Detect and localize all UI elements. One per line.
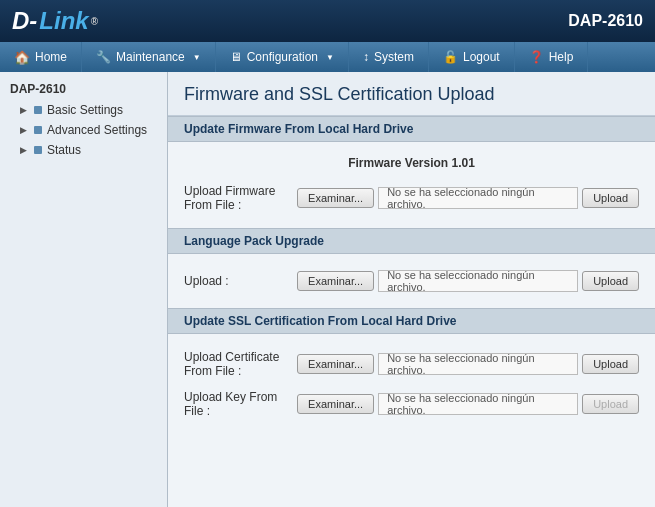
ssl-section-header: Update SSL Certification From Local Hard… (168, 308, 655, 334)
nav-help-label: Help (549, 50, 574, 64)
browse-cert-button[interactable]: Examinar... (297, 354, 374, 374)
monitor-icon: 🖥 (230, 50, 242, 64)
ssl-section: Update SSL Certification From Local Hard… (168, 308, 655, 434)
nav-configuration-label: Configuration (247, 50, 318, 64)
language-section-header: Language Pack Upgrade (168, 228, 655, 254)
logo-link: Link (39, 7, 88, 35)
nav-home-label: Home (35, 50, 67, 64)
upload-firmware-row: Upload Firmware From File : Examinar... … (184, 178, 639, 218)
logo: D-Link® (12, 7, 98, 35)
upload-cert-label: Upload Certificate From File : (184, 350, 297, 378)
firmware-version: Firmware Version 1.01 (184, 152, 639, 178)
main-layout: DAP-2610 ▶ Basic Settings ▶ Advanced Set… (0, 72, 655, 507)
sidebar-label-status: Status (47, 143, 81, 157)
upload-firmware-label: Upload Firmware From File : (184, 184, 297, 212)
logo-d: D- (12, 7, 37, 35)
arrows-icon: ↕ (363, 50, 369, 64)
cert-file-label: No se ha seleccionado ningún archivo. (378, 353, 578, 375)
language-file-label: No se ha seleccionado ningún archivo. (378, 270, 578, 292)
sidebar-bullet-basic (34, 106, 42, 114)
upload-key-label: Upload Key From File : (184, 390, 297, 418)
header: D-Link® DAP-2610 (0, 0, 655, 42)
nav-logout[interactable]: 🔓 Logout (429, 42, 515, 72)
firmware-file-label: No se ha seleccionado ningún archivo. (378, 187, 578, 209)
language-section-body: Upload : Examinar... No se ha selecciona… (168, 254, 655, 308)
key-file-label: No se ha seleccionado ningún archivo. (378, 393, 578, 415)
page-title: Firmware and SSL Certification Upload (168, 72, 655, 116)
browse-language-button[interactable]: Examinar... (297, 271, 374, 291)
content-area: Firmware and SSL Certification Upload Up… (168, 72, 655, 507)
upload-cert-button[interactable]: Upload (582, 354, 639, 374)
nav-system-label: System (374, 50, 414, 64)
upload-firmware-button[interactable]: Upload (582, 188, 639, 208)
upload-key-button[interactable]: Upload (582, 394, 639, 414)
upload-language-controls: Examinar... No se ha seleccionado ningún… (297, 270, 639, 292)
ssl-section-body: Upload Certificate From File : Examinar.… (168, 334, 655, 434)
nav-system[interactable]: ↕ System (349, 42, 429, 72)
nav-help[interactable]: ❓ Help (515, 42, 589, 72)
chevron-down-icon-2: ▼ (326, 53, 334, 62)
nav-maintenance-label: Maintenance (116, 50, 185, 64)
chevron-down-icon: ▼ (193, 53, 201, 62)
firmware-section-header: Update Firmware From Local Hard Drive (168, 116, 655, 142)
upload-key-row: Upload Key From File : Examinar... No se… (184, 384, 639, 424)
nav-maintenance[interactable]: 🔧 Maintenance ▼ (82, 42, 216, 72)
upload-language-row: Upload : Examinar... No se ha selecciona… (184, 264, 639, 298)
sidebar-label-advanced: Advanced Settings (47, 123, 147, 137)
browse-key-button[interactable]: Examinar... (297, 394, 374, 414)
sidebar-item-advanced-settings[interactable]: ▶ Advanced Settings (0, 120, 167, 140)
sidebar-bullet-advanced (34, 126, 42, 134)
home-icon: 🏠 (14, 50, 30, 65)
nav-configuration[interactable]: 🖥 Configuration ▼ (216, 42, 349, 72)
sidebar-label-basic: Basic Settings (47, 103, 123, 117)
browse-firmware-button[interactable]: Examinar... (297, 188, 374, 208)
sidebar: DAP-2610 ▶ Basic Settings ▶ Advanced Set… (0, 72, 168, 507)
nav-home[interactable]: 🏠 Home (0, 42, 82, 72)
nav-logout-label: Logout (463, 50, 500, 64)
expand-icon-status: ▶ (20, 145, 27, 155)
firmware-section: Update Firmware From Local Hard Drive Fi… (168, 116, 655, 228)
expand-icon-advanced: ▶ (20, 125, 27, 135)
logout-icon: 🔓 (443, 50, 458, 64)
model-label: DAP-2610 (568, 12, 643, 30)
logo-reg: ® (91, 16, 98, 27)
upload-firmware-controls: Examinar... No se ha seleccionado ningún… (297, 187, 639, 209)
sidebar-bullet-status (34, 146, 42, 154)
upload-cert-controls: Examinar... No se ha seleccionado ningún… (297, 353, 639, 375)
language-section: Language Pack Upgrade Upload : Examinar.… (168, 228, 655, 308)
help-icon: ❓ (529, 50, 544, 64)
wrench-icon: 🔧 (96, 50, 111, 64)
upload-language-label: Upload : (184, 274, 297, 288)
sidebar-root: DAP-2610 (0, 78, 167, 100)
sidebar-item-basic-settings[interactable]: ▶ Basic Settings (0, 100, 167, 120)
navbar: 🏠 Home 🔧 Maintenance ▼ 🖥 Configuration ▼… (0, 42, 655, 72)
upload-language-button[interactable]: Upload (582, 271, 639, 291)
firmware-section-body: Firmware Version 1.01 Upload Firmware Fr… (168, 142, 655, 228)
expand-icon-basic: ▶ (20, 105, 27, 115)
upload-cert-row: Upload Certificate From File : Examinar.… (184, 344, 639, 384)
sidebar-item-status[interactable]: ▶ Status (0, 140, 167, 160)
upload-key-controls: Examinar... No se ha seleccionado ningún… (297, 393, 639, 415)
